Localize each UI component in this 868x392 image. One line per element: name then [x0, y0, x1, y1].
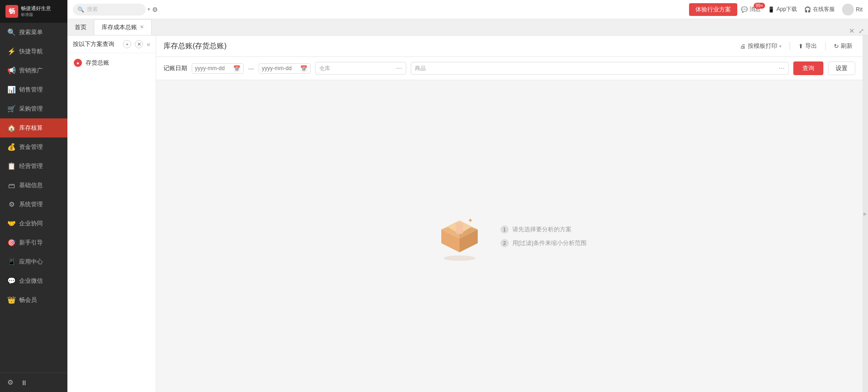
online-service-btn[interactable]: 🎧 在线客服 — [804, 5, 835, 13]
newbie-icon: 🎯 — [7, 239, 15, 247]
search-menu-icon: 🔍 — [7, 28, 15, 36]
nav-label-purchase: 采购管理 — [19, 105, 43, 113]
tab-close-icon[interactable]: ✕ — [140, 24, 144, 30]
calendar-start-icon[interactable]: 📅 — [233, 65, 240, 72]
user-avatar — [842, 4, 854, 15]
sidebar-item-purchase[interactable]: 🛒采购管理 — [0, 99, 67, 118]
page-header: 库存总账(存货总账) 🖨 按模板打印 ▾ ⬆ 导出 ↻ 刷 — [156, 36, 863, 57]
filter-item-label: 存货总账 — [86, 59, 109, 67]
topbar-gear-icon[interactable]: ⚙ — [152, 6, 158, 13]
calendar-end-icon[interactable]: 📅 — [300, 65, 307, 72]
warehouse-placeholder: 仓库 — [319, 65, 330, 72]
svg-point-0 — [444, 255, 475, 261]
empty-tips: 1 请先选择要分析的方案 2 用[过滤]条件来缩小分析范围 — [500, 225, 587, 247]
sidebar-item-marketing[interactable]: 📢营销推广 — [0, 61, 67, 80]
refresh-icon: ↻ — [834, 43, 839, 50]
add-filter-icon[interactable]: + — [123, 40, 131, 48]
nav-label-basic-info: 基础信息 — [19, 181, 43, 189]
sidebar-item-search-menu[interactable]: 🔍搜索菜单 — [0, 23, 67, 42]
sidebar-item-funds[interactable]: 💰资金管理 — [0, 137, 67, 157]
refresh-label: 刷新 — [841, 42, 853, 50]
sidebar-nav: 🔍搜索菜单⚡快捷导航📢营销推广📊销售管理🛒采购管理🏠库存核算💰资金管理📋经营管理… — [0, 23, 67, 372]
search-box[interactable]: 🔍 搜索 — [73, 4, 146, 15]
tab-close-all-icon[interactable]: ✕ — [849, 27, 855, 35]
filter-item-inventory-ledger[interactable]: ● 存货总账 — [67, 53, 156, 72]
query-btn[interactable]: 查询 — [793, 61, 823, 75]
app-download-btn[interactable]: 📱 App下载 — [768, 5, 797, 13]
settings-btn[interactable]: 设置 — [828, 61, 855, 75]
filter-panel: 按以下方案查询 + ✕ « ● 存货总账 — [67, 36, 156, 392]
industry-btn[interactable]: 体验行业方案 — [689, 3, 737, 16]
print-btn[interactable]: 🖨 按模板打印 ▾ — [737, 40, 784, 52]
remove-filter-icon[interactable]: ✕ — [135, 40, 143, 48]
nav-label-system: 系统管理 — [19, 200, 43, 209]
filter-title: 按以下方案查询 — [73, 40, 114, 48]
tab-inventory-cost[interactable]: 库存成本总账 ✕ — [94, 19, 152, 35]
member-icon: 👑 — [7, 296, 15, 304]
sidebar-item-operation[interactable]: 📋经营管理 — [0, 157, 67, 176]
sales-icon: 📊 — [7, 86, 15, 94]
content-area: 按以下方案查询 + ✕ « ● 存货总账 库存总账(存货总账) 🖨 — [67, 36, 868, 392]
export-label: 导出 — [805, 42, 817, 50]
nav-label-inventory: 库存核算 — [19, 124, 43, 132]
date-start-field[interactable] — [195, 65, 231, 71]
date-label: 记账日期 — [163, 64, 187, 72]
refresh-btn[interactable]: ↻ 刷新 — [831, 40, 855, 52]
marketing-icon: 📢 — [7, 66, 15, 75]
goods-select[interactable]: 商品 ··· — [411, 62, 789, 75]
sidebar-item-system[interactable]: ⚙系统管理 — [0, 195, 67, 214]
user-menu[interactable]: Rit — [842, 4, 863, 15]
sidebar-item-sales[interactable]: 📊销售管理 — [0, 80, 67, 99]
tip-item-1: 1 请先选择要分析的方案 — [500, 225, 587, 234]
sidebar-item-app-center[interactable]: 📱应用中心 — [0, 252, 67, 271]
wechat-icon: 💬 — [7, 277, 15, 285]
export-btn[interactable]: ⬆ 导出 — [796, 40, 820, 52]
sidebar-item-quick-nav[interactable]: ⚡快捷导航 — [0, 42, 67, 61]
date-end-field[interactable] — [262, 65, 298, 71]
collapse-filter-icon[interactable]: « — [147, 41, 150, 48]
nav-label-marketing: 营销推广 — [19, 66, 43, 75]
app-download-label: App下载 — [776, 5, 797, 13]
topbar: 🔍 搜索 ▾ ⚙ 体验行业方案 💬 消息 99+ 📱 App下载 🎧 在线客服 — [67, 0, 868, 19]
nav-label-member: 畅会员 — [19, 296, 37, 304]
tab-home-label: 首页 — [75, 23, 87, 31]
nav-label-enterprise: 企业协同 — [19, 219, 43, 228]
nav-label-search-menu: 搜索菜单 — [19, 28, 43, 36]
search-placeholder: 搜索 — [87, 5, 98, 13]
sound-icon[interactable]: ⏸ — [20, 379, 27, 387]
chevron-down-icon[interactable]: ▾ — [148, 6, 150, 12]
empty-illustration: ✦ — [432, 209, 487, 264]
sidebar-item-basic-info[interactable]: 🗃基础信息 — [0, 176, 67, 195]
message-btn[interactable]: 💬 消息 99+ — [741, 5, 761, 13]
date-start-input[interactable]: 📅 — [192, 63, 244, 74]
warehouse-more-icon[interactable]: ··· — [396, 64, 402, 72]
logo-icon: 畅 — [5, 5, 18, 18]
warehouse-select[interactable]: 仓库 ··· — [315, 62, 406, 75]
empty-box-svg: ✦ — [432, 209, 487, 264]
right-panel-hint[interactable]: ▶ — [863, 36, 868, 392]
filter-dot-icon: ● — [74, 59, 82, 67]
sidebar-item-enterprise[interactable]: 🤝企业协同 — [0, 214, 67, 233]
filter-header: 按以下方案查询 + ✕ « — [67, 36, 156, 53]
nav-label-wechat: 企业微信 — [19, 277, 43, 285]
goods-placeholder: 商品 — [415, 65, 426, 72]
goods-more-icon[interactable]: ··· — [779, 64, 785, 72]
date-end-input[interactable]: 📅 — [259, 63, 311, 74]
sidebar-item-inventory[interactable]: 🏠库存核算 — [0, 118, 67, 137]
search-icon: 🔍 — [77, 6, 84, 13]
enterprise-icon: 🤝 — [7, 219, 15, 228]
svg-rect-8 — [456, 223, 463, 234]
quick-nav-icon: ⚡ — [7, 47, 15, 56]
tab-home[interactable]: 首页 — [67, 19, 94, 35]
basic-info-icon: 🗃 — [7, 182, 15, 189]
settings-icon[interactable]: ⚙ — [7, 378, 13, 387]
sidebar-item-wechat[interactable]: 💬企业微信 — [0, 271, 67, 290]
sidebar-item-newbie[interactable]: 🎯新手引导 — [0, 233, 67, 252]
sidebar-item-member[interactable]: 👑畅会员 — [0, 290, 67, 310]
main-area: 🔍 搜索 ▾ ⚙ 体验行业方案 💬 消息 99+ 📱 App下载 🎧 在线客服 — [67, 0, 868, 392]
tip-num-1: 1 — [500, 225, 509, 234]
tab-expand-icon[interactable]: ⤢ — [858, 27, 864, 35]
nav-label-funds: 资金管理 — [19, 143, 43, 151]
print-icon: 🖨 — [740, 43, 746, 50]
headset-icon: 🎧 — [804, 6, 811, 13]
